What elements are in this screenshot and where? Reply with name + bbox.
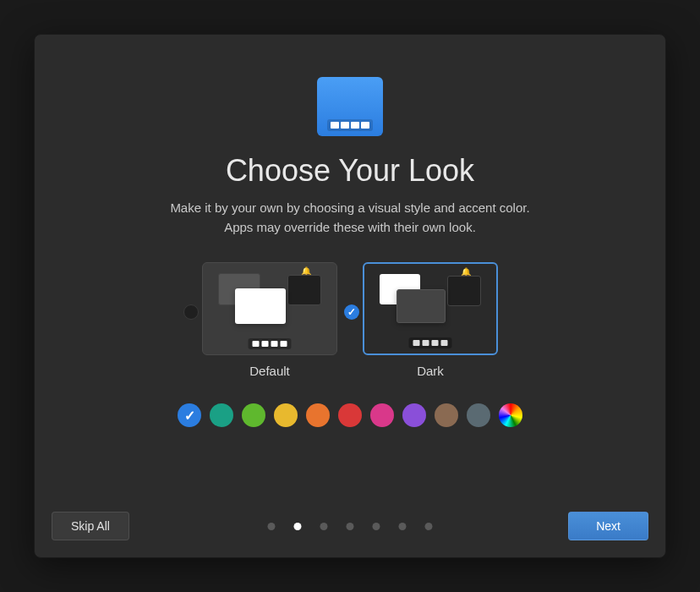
theme-preview-dark[interactable]: 🔔	[363, 262, 498, 355]
theme-option-default[interactable]: 🔔 Default	[202, 262, 337, 378]
accent-brown[interactable]	[435, 403, 458, 427]
page-dot-3[interactable]	[320, 523, 328, 530]
theme-option-dark[interactable]: 🔔 Dark	[363, 262, 498, 378]
page-dot-4[interactable]	[347, 523, 354, 530]
page-dot-1[interactable]	[268, 523, 276, 530]
theme-preview-default[interactable]: 🔔	[202, 262, 337, 355]
accent-red[interactable]	[338, 403, 362, 427]
accent-multicolor[interactable]	[499, 403, 522, 427]
theme-label-dark: Dark	[417, 364, 444, 378]
page-dot-5[interactable]	[373, 523, 380, 530]
dock-app-icon	[317, 77, 383, 136]
theme-selector: 🔔 Default 🔔	[202, 262, 498, 378]
accent-purple[interactable]	[402, 403, 426, 427]
page-dot-7[interactable]	[425, 523, 433, 530]
accent-color-selector	[178, 403, 522, 427]
page-title: Choose Your Look	[226, 153, 474, 189]
theme-radio-dark[interactable]	[344, 304, 359, 320]
accent-orange[interactable]	[306, 403, 330, 427]
accent-blue[interactable]	[178, 403, 201, 427]
theme-label-default: Default	[249, 364, 290, 378]
preview-dock	[409, 337, 452, 348]
onboarding-window: Choose Your Look Make it by your own by …	[34, 34, 666, 558]
preview-window	[287, 275, 321, 305]
page-dot-2[interactable]	[294, 523, 302, 530]
preview-window	[447, 276, 481, 306]
theme-radio-default[interactable]	[183, 304, 199, 320]
next-button[interactable]: Next	[568, 512, 648, 540]
preview-window	[396, 289, 446, 323]
subtitle-line-2: Apps may override these with their own l…	[224, 220, 476, 234]
preview-dock	[249, 338, 292, 349]
dock-icon-graphic	[327, 119, 373, 131]
preview-window	[235, 288, 286, 324]
accent-green[interactable]	[242, 403, 265, 427]
page-dot-6[interactable]	[399, 523, 407, 530]
accent-teal[interactable]	[210, 403, 233, 427]
page-subtitle: Make it by your own by choosing a visual…	[170, 199, 529, 237]
footer: Skip All Next	[52, 512, 648, 540]
accent-yellow[interactable]	[274, 403, 298, 427]
subtitle-line-1: Make it by your own by choosing a visual…	[170, 200, 529, 215]
accent-pink[interactable]	[370, 403, 394, 427]
pagination-dots	[268, 523, 433, 530]
accent-slate[interactable]	[467, 403, 490, 427]
skip-all-button[interactable]: Skip All	[52, 512, 129, 540]
